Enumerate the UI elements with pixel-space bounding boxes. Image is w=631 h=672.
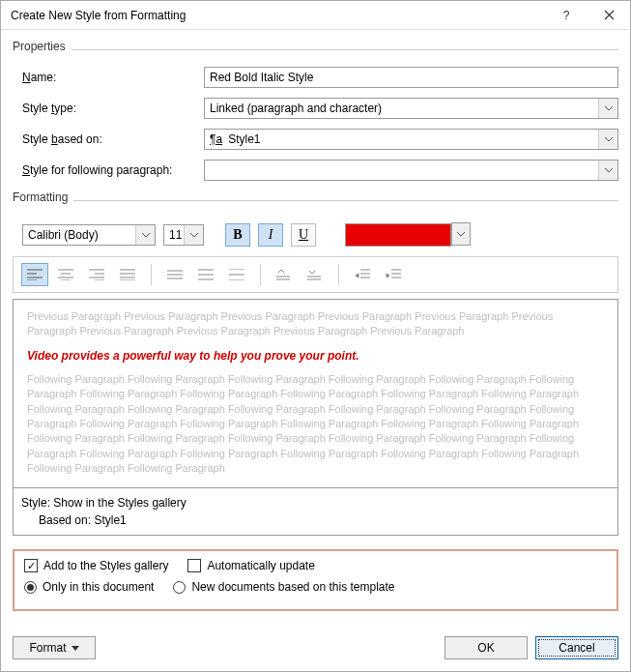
- preview-previous-text: Previous Paragraph Previous Paragraph Pr…: [27, 309, 604, 339]
- preview-sample-text: Video provides a powerful way to help yo…: [27, 349, 604, 363]
- chevron-down-icon: [135, 225, 155, 245]
- close-icon: [604, 10, 615, 20]
- checkbox-checked-icon: ✓: [24, 559, 38, 572]
- dialog-title: Create New Style from Formatting: [11, 9, 545, 22]
- style-description: Style: Show in the Styles gallery Based …: [13, 488, 618, 536]
- close-button[interactable]: [588, 1, 630, 30]
- radio-unselected-icon: [173, 581, 186, 594]
- align-justify-button[interactable]: [114, 263, 141, 286]
- line-spacing-15-button[interactable]: [192, 263, 219, 286]
- line-spacing-2-button[interactable]: [223, 263, 250, 286]
- space-before-increase-button[interactable]: [271, 263, 298, 286]
- font-size-value: 11: [169, 228, 182, 242]
- following-para-select[interactable]: [204, 160, 618, 181]
- new-documents-label: New documents based on this template: [191, 580, 394, 594]
- style-type-label: Style type:: [22, 102, 204, 115]
- style-type-value: Linked (paragraph and character): [210, 102, 382, 115]
- increase-indent-button[interactable]: [380, 263, 407, 286]
- font-family-select[interactable]: Calibri (Body): [22, 224, 156, 246]
- cancel-button[interactable]: Cancel: [535, 636, 618, 659]
- following-para-label: Style for following paragraph:: [22, 163, 204, 177]
- based-on-label: Style based on:: [22, 132, 204, 146]
- only-this-document-radio[interactable]: Only in this document: [24, 580, 154, 594]
- checkbox-unchecked-icon: [187, 559, 201, 572]
- paragraph-toolbar: [13, 256, 618, 293]
- italic-button[interactable]: I: [258, 223, 283, 247]
- format-button[interactable]: Format: [13, 636, 96, 659]
- ok-button[interactable]: OK: [445, 636, 528, 659]
- name-input[interactable]: [204, 67, 618, 88]
- font-size-select[interactable]: 11: [163, 224, 204, 246]
- style-desc-line1: Style: Show in the Styles gallery: [21, 494, 610, 511]
- font-color-dropdown[interactable]: [451, 222, 471, 246]
- style-type-select[interactable]: Linked (paragraph and character): [204, 98, 618, 119]
- chevron-down-icon: [184, 225, 203, 245]
- underline-button[interactable]: U: [291, 223, 316, 247]
- style-desc-line2: Based on: Style1: [21, 511, 610, 529]
- help-button[interactable]: ?: [545, 1, 588, 30]
- dialog-footer: Format OK Cancel: [1, 636, 630, 671]
- based-on-select[interactable]: ¶a Style1: [204, 129, 618, 150]
- preview-following-text: Following Paragraph Following Paragraph …: [27, 372, 604, 477]
- space-before-decrease-button[interactable]: [301, 263, 329, 286]
- font-family-value: Calibri (Body): [28, 228, 99, 242]
- new-documents-radio[interactable]: New documents based on this template: [173, 580, 394, 594]
- titlebar: Create New Style from Formatting ?: [1, 1, 630, 30]
- only-this-document-label: Only in this document: [43, 580, 154, 594]
- based-on-value: Style1: [228, 132, 260, 146]
- preview-pane: Previous Paragraph Previous Paragraph Pr…: [13, 299, 618, 488]
- name-label: Name:: [22, 71, 204, 84]
- add-to-gallery-label: Add to the Styles gallery: [43, 559, 168, 572]
- properties-label: Properties: [13, 40, 66, 53]
- line-spacing-1-button[interactable]: [161, 263, 188, 286]
- chevron-down-icon: [598, 161, 617, 180]
- formatting-label: Formatting: [13, 190, 68, 204]
- chevron-down-icon: [598, 130, 617, 149]
- properties-group-header: Properties: [13, 40, 618, 59]
- paragraph-icon: ¶a: [210, 132, 222, 146]
- auto-update-label: Automatically update: [207, 559, 314, 572]
- auto-update-checkbox[interactable]: Automatically update: [187, 559, 314, 572]
- bold-button[interactable]: B: [225, 223, 250, 247]
- align-right-button[interactable]: [83, 263, 110, 286]
- add-to-gallery-checkbox[interactable]: ✓ Add to the Styles gallery: [24, 559, 168, 572]
- align-left-button[interactable]: [21, 263, 48, 286]
- chevron-down-icon: [598, 99, 617, 118]
- radio-selected-icon: [24, 581, 37, 594]
- align-center-button[interactable]: [52, 263, 79, 286]
- options-highlight: ✓ Add to the Styles gallery Automaticall…: [13, 549, 618, 611]
- decrease-indent-button[interactable]: [349, 263, 376, 286]
- font-color-swatch[interactable]: [345, 223, 451, 247]
- formatting-group-header: Formatting: [13, 190, 618, 210]
